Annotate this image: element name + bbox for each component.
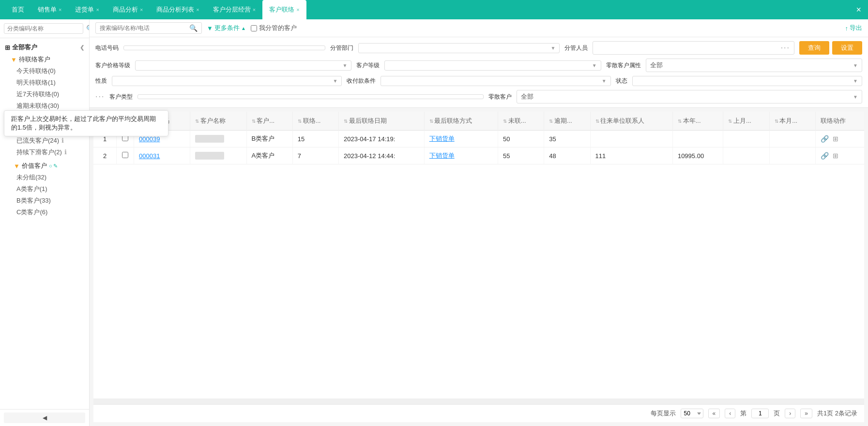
manager-dots[interactable]: ··· (781, 44, 790, 52)
sidebar-item-b-class[interactable]: B类客户(33) (7, 195, 89, 206)
row-1-action-icons: 🔗 ⊞ (821, 135, 859, 143)
nav-product-analysis-close[interactable]: × (140, 7, 143, 13)
phone-input[interactable] (123, 45, 325, 50)
row-2-select[interactable] (122, 152, 128, 158)
export-button[interactable]: ↑ 导出 (845, 24, 863, 32)
nav-purchase-close[interactable]: × (96, 7, 99, 13)
page-input[interactable] (751, 409, 769, 418)
row-1-link-icon[interactable]: 🔗 (821, 135, 829, 143)
retail-customer-label: 零散客户 (488, 93, 512, 101)
dept-select[interactable]: ▼ (358, 43, 560, 53)
retail-attr-select[interactable]: 全部 ▼ (646, 59, 862, 72)
first-page-button[interactable]: « (708, 409, 720, 418)
row-2-name[interactable] (190, 147, 246, 164)
table-row: 1 000039 B类客户 15 2023-04-17 14:19: (93, 131, 864, 147)
row-2-checkbox[interactable] (117, 147, 134, 164)
sidebar-collapse-button[interactable]: ◀ (4, 412, 85, 423)
row-2-this-year: 10995.00 (672, 147, 723, 164)
sidebar-all-customers[interactable]: ⊞ 全部客户 ❮ (0, 41, 89, 54)
th-this-month[interactable]: 本月... (769, 112, 815, 131)
nav-customer-contact-close[interactable]: × (296, 7, 299, 13)
customer-table: ⚙ 客户编码 客户名称 客户... (93, 112, 864, 164)
sidebar-pending-header[interactable]: ▼ 待联络客户 (7, 54, 89, 65)
filter-search-icon[interactable]: 🔍 (189, 24, 198, 32)
last-page-button[interactable]: » (800, 409, 812, 418)
more-filter-dots[interactable]: ··· (95, 92, 105, 101)
nav-customer-segment[interactable]: 客户分层经营 × (206, 0, 262, 19)
th-overdue[interactable]: 逾期... (544, 112, 590, 131)
row-1-history (590, 131, 672, 147)
th-last-contact-date[interactable]: 最后联络日期 (339, 112, 425, 131)
payment-select[interactable]: ▼ (381, 76, 610, 86)
th-uncontacted[interactable]: 未联... (498, 112, 544, 131)
sidebar-item-today[interactable]: 今天待联络(0) (7, 65, 89, 77)
nav-product-analysis-list[interactable]: 商品分析列表 × (150, 0, 206, 19)
edit-value-icon[interactable]: ○ (49, 163, 52, 169)
nav-customer-segment-close[interactable]: × (253, 7, 256, 13)
nav-purchase[interactable]: 进货单 × (68, 0, 106, 19)
row-2-grid-icon[interactable]: ⊞ (833, 152, 838, 160)
my-customers-checkbox[interactable] (251, 25, 257, 31)
row-1-last-method[interactable]: 下销货单 (424, 131, 498, 147)
th-contact[interactable]: 联络... (292, 112, 338, 131)
nav-product-analysis[interactable]: 商品分析 × (106, 0, 150, 19)
row-2-code[interactable]: 000031 (134, 147, 190, 164)
horizontal-scrollbar[interactable] (93, 398, 864, 404)
filter-search-input[interactable] (100, 25, 189, 31)
tooltip-popup: 距客户上次交易时长，超过了此客户的平均交易周期的1.5倍，则视为异常。 (4, 110, 168, 136)
th-this-year[interactable]: 本年... (672, 112, 723, 131)
sidebar-item-tomorrow[interactable]: 明天待联络(1) (7, 77, 89, 88)
triangle-down-icon: ▼ (11, 56, 17, 63)
manager-select[interactable]: ··· (593, 41, 794, 55)
add-value-icon[interactable]: ✎ (53, 163, 58, 169)
nav-home[interactable]: 首页 (5, 0, 31, 19)
price-level-select[interactable]: ▼ (135, 60, 351, 71)
prev-page-button[interactable]: ‹ (725, 409, 735, 418)
per-page-select[interactable]: 50 20 100 (681, 409, 703, 418)
gender-chevron-icon: ▼ (333, 78, 337, 84)
sidebar-value-header[interactable]: ▼ 价值客户 ○ ✎ (7, 160, 89, 172)
nav-product-analysis-list-close[interactable]: × (196, 7, 199, 13)
info-icon-churned: ℹ (61, 137, 64, 144)
row-2-link-icon[interactable]: 🔗 (821, 152, 829, 160)
th-history-contact[interactable]: 往来单位联系人 (590, 112, 672, 131)
th-type[interactable]: 客户... (246, 112, 292, 131)
my-customers-checkbox-label[interactable]: 我分管的客户 (251, 24, 297, 32)
data-table-wrapper: ⚙ 客户编码 客户名称 客户... (93, 112, 864, 398)
row-1-type: B类客户 (246, 131, 292, 147)
query-button[interactable]: 查询 (799, 41, 829, 55)
gender-select[interactable]: ▼ (112, 76, 342, 86)
sidebar-collapse-icon[interactable]: ❮ (80, 44, 84, 51)
sidebar-item-churned[interactable]: 已流失客户(24) ℹ (7, 135, 89, 147)
sidebar-item-declining[interactable]: 持续下滑客户(2) ℹ (7, 147, 89, 158)
status-select[interactable]: ▼ (632, 76, 862, 86)
row-2-last-method[interactable]: 下销货单 (424, 147, 498, 164)
sidebar-item-ungroup[interactable]: 未分组(32) (7, 172, 89, 183)
nav-sales-close[interactable]: × (59, 7, 61, 13)
row-1-grid-icon[interactable]: ⊞ (833, 135, 838, 143)
th-name[interactable]: 客户名称 (190, 112, 246, 131)
filter-row-2: 客户价格等级 ▼ 客户等级 ▼ 零散客户属性 全部 ▼ (95, 59, 862, 72)
filter-icon: ▼ (207, 25, 213, 32)
sidebar-item-7days[interactable]: 近7天待联络(0) (7, 88, 89, 100)
sidebar-search-input[interactable] (4, 23, 83, 34)
nav-sales[interactable]: 销售单 × (31, 0, 68, 19)
next-page-button[interactable]: › (785, 409, 795, 418)
row-1-this-year (672, 131, 723, 147)
customer-level-select[interactable]: ▼ (384, 60, 601, 71)
row-2-this-month (769, 147, 815, 164)
settings-button[interactable]: 设置 (832, 41, 862, 55)
sidebar-item-c-class[interactable]: C类客户(6) (7, 206, 89, 218)
row-1-name[interactable] (190, 131, 246, 147)
retail-customer-select[interactable]: 全部 ▼ (517, 90, 862, 103)
th-last-contact-method[interactable]: 最后联络方式 (424, 112, 498, 131)
row-2-uncontacted: 55 (498, 147, 544, 164)
customer-type-select[interactable] (137, 94, 483, 99)
th-last-month[interactable]: 上月... (723, 112, 769, 131)
more-conditions-btn[interactable]: ▼ 更多条件 ▲ (207, 24, 246, 32)
nav-customer-contact[interactable]: 客户联络 × (262, 0, 306, 19)
sidebar-item-a-class[interactable]: A类客户(1) (7, 183, 89, 195)
gender-label: 性质 (95, 77, 107, 85)
window-close-button[interactable]: × (856, 5, 868, 15)
sidebar-search-icon[interactable]: 🔍 (86, 25, 90, 32)
